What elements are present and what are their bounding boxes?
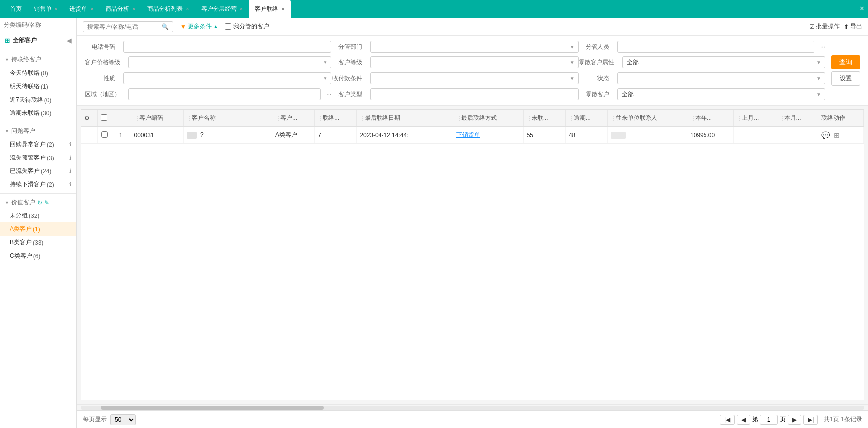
col-resize-contacts[interactable]: ⋮ (318, 115, 322, 122)
price-grade-select[interactable] (128, 56, 331, 68)
tab-product-analysis[interactable]: 商品分析 × (100, 0, 141, 18)
batch-op-btn[interactable]: ☑ 批量操作 (809, 22, 840, 31)
per-page-select[interactable]: 50 100 200 (110, 414, 136, 425)
close-sales-tab[interactable]: × (54, 6, 57, 12)
close-product-analysis-list-tab[interactable]: × (186, 6, 189, 12)
last-page-btn[interactable]: ▶| (803, 415, 818, 425)
page-input[interactable] (760, 415, 778, 425)
col-resize-last-method[interactable]: ⋮ (456, 115, 460, 122)
filter-manager: 分管人员 ··· (579, 41, 825, 53)
filter-icon: ▼ (180, 23, 186, 30)
region-more-icon[interactable]: ··· (326, 91, 331, 98)
th-last-month: ⋮ 上月... (734, 110, 776, 127)
col-resize-this-year[interactable]: ⋮ (690, 115, 694, 122)
col-resize-overdue[interactable]: ⋮ (569, 115, 573, 122)
chat-action-icon[interactable]: 💬 (821, 131, 830, 139)
sidebar-item-class-a[interactable]: A类客户(1) (0, 222, 76, 236)
status-select[interactable] (617, 72, 825, 84)
next-page-btn[interactable]: ▶ (788, 415, 801, 425)
close-customer-segment-tab[interactable]: × (240, 6, 243, 12)
grid-action-icon[interactable]: ⊞ (834, 131, 840, 139)
tab-purchase[interactable]: 进货单 × (63, 0, 99, 18)
sidebar-item-class-c[interactable]: C类客户(6) (0, 249, 76, 263)
col-resize-last-date[interactable]: ⋮ (360, 115, 364, 122)
scroll-thumb[interactable] (101, 406, 324, 410)
sidebar-item-today[interactable]: 今天待联络(0) (0, 66, 76, 80)
td-last-contact-date: 2023-04-12 14:44: (357, 127, 453, 144)
th-checkbox[interactable] (97, 110, 111, 127)
manager-input[interactable] (617, 41, 814, 53)
close-purchase-tab[interactable]: × (90, 6, 93, 12)
action-icons: 💬 ⊞ (821, 131, 860, 139)
close-customer-contact-tab[interactable]: × (281, 6, 284, 12)
payment-select[interactable] (370, 72, 578, 84)
settings-gear-icon[interactable]: ⚙ (84, 115, 90, 122)
td-last-contact-method: 下销货单 (453, 127, 523, 144)
tab-customer-contact[interactable]: 客户联络 × (249, 0, 290, 18)
nature-label: 性质 (85, 74, 119, 83)
edit-icon[interactable]: ✎ (44, 199, 49, 206)
col-resize-unit[interactable]: ⋮ (611, 115, 615, 122)
filter-customer-grade: 客户等级 ▼ (331, 56, 578, 68)
contact-method-link[interactable]: 下销货单 (456, 131, 480, 138)
manager-more-icon[interactable]: ··· (820, 43, 825, 50)
tab-product-analysis-list[interactable]: 商品分析列表 × (141, 0, 195, 18)
col-resize-last-month[interactable]: ⋮ (737, 115, 741, 122)
value-section-arrow: ▼ (5, 200, 9, 205)
nature-select[interactable] (123, 72, 331, 84)
sidebar-item-overdue[interactable]: 逾期未联络(30) (0, 107, 76, 120)
query-button[interactable]: 查询 (831, 55, 860, 69)
phone-input[interactable] (123, 41, 331, 53)
tab-customer-segment[interactable]: 客户分层经营 × (195, 0, 249, 18)
sidebar-item-7days[interactable]: 近7天待联络(0) (0, 93, 76, 107)
filter-btn[interactable]: ▼ 更多条件 ▲ (177, 21, 221, 32)
search-icon[interactable]: 🔍 (162, 23, 169, 30)
sidebar-item-class-b[interactable]: B类客户(33) (0, 236, 76, 249)
sidebar-search-input[interactable] (4, 21, 77, 28)
first-page-btn[interactable]: |◀ (720, 415, 735, 425)
customer-grade-select[interactable] (370, 56, 578, 68)
sidebar-item-ungrouped[interactable]: 未分组(32) (0, 209, 76, 222)
filter-phone: 电话号码 (85, 41, 331, 53)
prev-page-btn[interactable]: ◀ (737, 415, 750, 425)
customer-type-input[interactable] (370, 88, 578, 100)
sidebar-item-tomorrow[interactable]: 明天待联络(1) (0, 80, 76, 93)
dept-select[interactable] (370, 41, 578, 53)
all-customers-header[interactable]: ⊞ 全部客户 ◀ (0, 32, 76, 49)
info-icon3: ℹ (69, 168, 71, 174)
data-table: ⚙ ⋮ 客户编码 (81, 110, 864, 144)
th-type: ⋮ 客户... (272, 110, 314, 127)
my-customer-checkbox[interactable] (225, 23, 231, 30)
th-last-contact-method: ⋮ 最后联络方式 (453, 110, 523, 127)
payment-label: 收付款条件 (331, 74, 366, 83)
sidebar-item-churn-warning[interactable]: 流失预警客户(3) ℹ (0, 151, 76, 164)
filter-row-4: 区域（地区） ··· 客户类型 零散客户 全部 (85, 88, 825, 100)
settings-button[interactable]: 设置 (831, 71, 860, 86)
select-all-checkbox[interactable] (101, 114, 107, 121)
td-last-month (734, 127, 776, 144)
search-input[interactable] (87, 23, 162, 30)
tab-sales[interactable]: 销售单 × (28, 0, 63, 18)
sidebar-item-declining[interactable]: 持续下滑客户(2) ℹ (0, 178, 76, 191)
tab-home[interactable]: 首页 (4, 0, 28, 18)
col-resize-this-month[interactable]: ⋮ (779, 115, 783, 122)
td-checkbox[interactable] (97, 127, 111, 144)
col-resize-type[interactable]: ⋮ (275, 115, 279, 122)
toolbar-right: ☑ 批量操作 ⬆ 导出 (809, 22, 862, 31)
sidebar-item-abnormal-purchase[interactable]: 回购异常客户(2) ℹ (0, 138, 76, 151)
sidebar-item-churned[interactable]: 已流失客户(24) ℹ (0, 164, 76, 178)
th-settings[interactable]: ⚙ (81, 110, 97, 127)
col-resize-code[interactable]: ⋮ (134, 115, 138, 122)
retail-customer-select[interactable]: 全部 (617, 88, 825, 100)
col-resize-not-contacted[interactable]: ⋮ (527, 115, 531, 122)
row-checkbox[interactable] (101, 131, 108, 138)
col-resize-name[interactable]: ⋮ (187, 115, 191, 122)
close-all-tabs[interactable]: × (860, 4, 864, 13)
close-product-analysis-tab[interactable]: × (132, 6, 135, 12)
export-btn[interactable]: ⬆ 导出 (844, 22, 862, 31)
refresh-icon[interactable]: ↻ (37, 199, 42, 206)
collapse-icon[interactable]: ◀ (67, 37, 71, 44)
scroll-track[interactable] (81, 406, 864, 410)
region-input[interactable] (128, 88, 321, 100)
retail-attr-select[interactable]: 全部 (622, 56, 825, 68)
